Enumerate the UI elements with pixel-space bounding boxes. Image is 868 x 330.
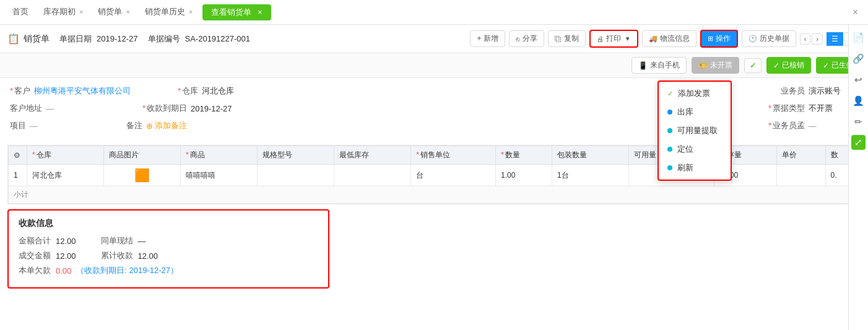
transaction-label: 成交金额	[19, 250, 51, 261]
sidebar-user-icon[interactable]: 👤	[850, 93, 867, 109]
share-button[interactable]: ⎋ 分享	[509, 30, 544, 47]
tab-inventory-close[interactable]: ×	[79, 8, 83, 15]
print-label: 打印	[606, 33, 621, 44]
sidebar-return-icon[interactable]: ↩	[852, 72, 865, 88]
check-icon: ✓	[750, 61, 756, 70]
history-button[interactable]: 🕐 历史单据	[742, 30, 796, 47]
list-view-btn[interactable]: ☰	[827, 32, 843, 46]
window-close-button[interactable]: ×	[848, 7, 863, 18]
copy-icon: ⿻	[555, 35, 562, 43]
col-sales-unit: 销售单位	[411, 146, 496, 165]
action-bar: 📱 来自手机 🎫 未开票 ✓ ✓ 已核销 ✓ 已生效	[0, 53, 868, 78]
view-sales-order-close[interactable]: ×	[258, 7, 263, 17]
available-qty-icon	[667, 128, 672, 133]
add-invoice-icon: ✓	[667, 90, 673, 98]
doc-date-meta: 单据日期 2019-12-27	[59, 33, 138, 45]
row-min-stock	[334, 165, 411, 186]
tab-history-close[interactable]: ×	[189, 8, 193, 15]
add-invoice-item[interactable]: ✓ 添加发票	[659, 84, 731, 103]
add-note-icon: ⊕	[146, 121, 153, 131]
verified-btn[interactable]: ✓ 已核销	[766, 57, 811, 74]
row-no: 1	[9, 165, 27, 186]
payment-row-3: 本单欠款 0.00 （收款到期日: 2019-12-27）	[19, 265, 318, 276]
add-label: + 新增	[477, 33, 498, 44]
transaction-value: 12.00	[56, 251, 76, 261]
total-value: 12.00	[56, 237, 76, 246]
add-invoice-label: 添加发票	[678, 88, 710, 99]
from-mobile-label: 来自手机	[650, 60, 680, 71]
add-button[interactable]: + 新增	[470, 30, 505, 47]
available-qty-item[interactable]: 可用量提取	[659, 121, 731, 140]
effective-icon: ✓	[823, 61, 829, 70]
available-qty-label: 可用量提取	[677, 125, 718, 136]
project-value: —	[30, 121, 79, 131]
copy-button[interactable]: ⿻ 复制	[548, 30, 586, 47]
sidebar-doc-icon[interactable]: 📄	[850, 30, 867, 46]
locate-item[interactable]: 定位	[659, 140, 731, 158]
copy-label: 复制	[564, 33, 579, 44]
warehouse-value: 河北仓库	[202, 85, 251, 97]
logistics-button[interactable]: 🚚 物流信息	[642, 30, 697, 47]
view-sales-order-tab[interactable]: 查看销货单 ×	[202, 4, 271, 20]
biz-staff-label: 业务员孟	[768, 120, 805, 131]
col-pack-qty: 包装数量	[552, 146, 629, 165]
print-button[interactable]: 🖨 打印 ▼	[589, 30, 638, 48]
doc-no-value: SA-20191227-001	[185, 34, 251, 43]
product-table: ⚙ 仓库 商品图片 商品 规格型号 最低库存 销售单位 数量 包装数量 可用量 …	[8, 145, 860, 204]
next-arrow[interactable]: ›	[812, 33, 823, 45]
col-min-stock: 最低库存	[334, 146, 411, 165]
from-mobile-btn[interactable]: 📱 来自手机	[631, 57, 687, 74]
ticket-icon: 🎫	[698, 61, 708, 70]
prev-arrow[interactable]: ‹	[800, 33, 811, 45]
payment-row-2: 成交金额 12.00 累计收款 12.00	[19, 250, 318, 261]
locate-label: 定位	[677, 144, 693, 155]
doc-header: 📋 销货单 单据日期 2019-12-27 单据编号 SA-20191227-0…	[0, 25, 868, 53]
locate-icon	[667, 147, 672, 152]
table-row: 1 河北仓库 🟧 嘻嘻嘻嘻 台 1.00 1台 12.00 0.	[9, 165, 860, 186]
view-sales-order-label: 查看销货单	[211, 7, 251, 17]
refresh-item[interactable]: 刷新	[659, 158, 731, 177]
product-image-icon: 🟧	[134, 168, 150, 182]
tab-home[interactable]: 首页	[5, 0, 36, 25]
mobile-icon: 📱	[638, 61, 648, 70]
doc-date-label: 单据日期	[59, 33, 92, 45]
row-quantity: 1.00	[496, 165, 552, 186]
tab-sales-close[interactable]: ×	[126, 8, 129, 15]
tab-sales-history[interactable]: 销货单历史 ×	[137, 0, 200, 25]
subtotal-row: 小计	[9, 186, 860, 204]
customer-value[interactable]: 柳州粤港平安气体有限公司	[34, 85, 131, 97]
total-label: 金额合计	[19, 235, 51, 246]
project-label: 项目	[10, 120, 26, 131]
print-dropdown-icon: ▼	[625, 35, 631, 42]
row-sales-unit: 台	[411, 165, 496, 186]
row-image: 🟧	[104, 165, 181, 186]
biz-staff-field: 业务员孟 —	[768, 120, 858, 131]
settings-icon[interactable]: ⚙	[14, 151, 20, 160]
tab-inventory-init[interactable]: 库存期初 ×	[36, 0, 90, 25]
check-icon-btn[interactable]: ✓	[744, 58, 762, 73]
sidebar-edit-icon[interactable]: ✏	[852, 114, 865, 130]
project-field: 项目 —	[10, 120, 79, 131]
not-opened-btn[interactable]: 🎫 未开票	[692, 57, 739, 74]
doc-title-area: 📋 销货单	[7, 33, 50, 45]
cumulative-value: 12.00	[138, 251, 158, 261]
ship-out-item[interactable]: 出库	[659, 103, 731, 121]
tab-inventory-label: 库存期初	[43, 6, 76, 17]
row-product: 嘻嘻嘻嘻	[181, 165, 258, 186]
tab-sales-order[interactable]: 销货单 ×	[90, 0, 137, 25]
warehouse-field: 仓库 河北仓库	[178, 85, 251, 97]
operations-button[interactable]: ⊞ 操作	[700, 30, 738, 48]
address-value: —	[46, 104, 95, 113]
main-content: 📋 销货单 单据日期 2019-12-27 单据编号 SA-20191227-0…	[0, 25, 868, 330]
sidebar-link-icon[interactable]: 🔗	[850, 51, 867, 67]
row-pack-qty: 1台	[552, 165, 629, 186]
add-note-button[interactable]: ⊕ 添加备注	[146, 120, 187, 131]
verified-label: 已核销	[782, 60, 804, 71]
history-label: 历史单据	[760, 33, 789, 44]
row-spec	[258, 165, 334, 186]
note-label: 备注	[126, 120, 142, 131]
same-order-value: —	[138, 237, 146, 246]
not-opened-label: 未开票	[710, 60, 732, 71]
col-settings[interactable]: ⚙	[9, 146, 27, 165]
sidebar-expand-icon[interactable]: ⤢	[851, 135, 866, 150]
